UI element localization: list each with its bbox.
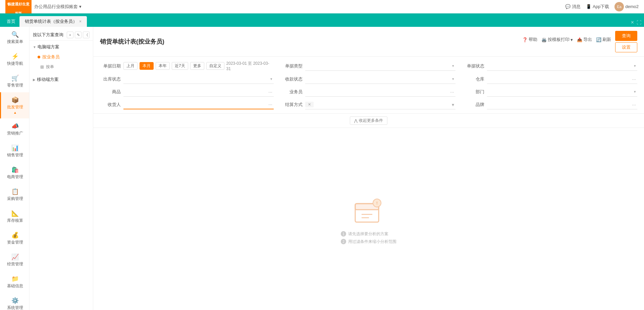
date-btn-this-month[interactable]: 本月 <box>140 62 154 70</box>
collapse-up-icon: ⋀ <box>354 118 358 123</box>
sidebar-item-operation[interactable]: 📈 经营管理 <box>0 249 29 271</box>
close-tag-icon[interactable]: ✕ <box>308 102 311 107</box>
retail-icon: 🛒 <box>11 74 19 82</box>
sidebar-item-search[interactable]: 🔍 搜索菜单 <box>0 27 29 49</box>
print-icon: 🖨️ <box>541 37 547 42</box>
receiver-control[interactable]: ··· <box>123 100 274 109</box>
svg-text:!: ! <box>376 201 377 206</box>
user-avatar[interactable]: Ea demo2 <box>614 2 639 11</box>
sidebar-item-wholesale[interactable]: 📦 批发管理 ▲ <box>0 92 29 118</box>
main-content: 销货单统计表(按业务员) ❓ 帮助 🖨️ 按模板打印 ▾ � <box>93 27 644 310</box>
scheme-group-desktop: ▼ 电脑端方案 按业务员 ⊞ 按单 <box>30 41 93 73</box>
doc-status-control[interactable] <box>487 61 637 71</box>
help-icon: ❓ <box>522 37 528 42</box>
collapse-btn[interactable]: ⋀ 收起更多条件 <box>350 116 387 125</box>
doc-type-control[interactable] <box>305 61 455 71</box>
query-button[interactable]: 查询 <box>615 31 637 41</box>
print-arrow-icon: ▾ <box>571 37 573 42</box>
window-max-btn[interactable]: ⛶ <box>637 20 641 25</box>
refresh-btn[interactable]: 🔄 刷新 <box>596 37 611 43</box>
tab-close-icon[interactable]: × <box>79 19 82 24</box>
brand-control[interactable]: ··· <box>487 100 637 109</box>
sidebar-item-base[interactable]: 📁 基础信息 <box>0 271 29 293</box>
sidebar-item-retail[interactable]: 🛒 零售管理 <box>0 70 29 92</box>
receiver-input[interactable] <box>123 102 274 107</box>
date-btn-custom[interactable]: 自定义 <box>206 62 224 70</box>
department-control[interactable] <box>487 87 637 97</box>
payment-control[interactable]: ✕ ▾ <box>305 100 455 109</box>
base-icon: 📁 <box>11 275 19 282</box>
empty-steps: 1 请先选择要分析的方案 2 用过滤条件来缩小分析范围 <box>341 231 396 245</box>
company-selector[interactable]: 办公用品行业模拟账套 ▾ <box>34 4 82 10</box>
export-btn[interactable]: 📤 导出 <box>577 37 592 43</box>
date-filter: 上月 本月 本年 近7天 更多 自定义 2023-03-01 至 2023-03… <box>123 61 274 71</box>
empty-state: ! 1 请先选择要分析的方案 2 用过滤条件来缩小分析范围 <box>93 128 644 310</box>
add-scheme-btn[interactable]: + <box>67 32 73 38</box>
page-header: 销货单统计表(按业务员) ❓ 帮助 🖨️ 按模板打印 ▾ � <box>93 27 644 57</box>
date-btn-last-month[interactable]: 上月 <box>123 62 138 70</box>
marketing-icon: 📣 <box>11 122 19 130</box>
empty-illustration: ! <box>352 194 385 227</box>
salesperson-label: 业务员 <box>282 89 305 95</box>
download-icon: 📱 <box>586 4 591 9</box>
scheme-item-by-order[interactable]: ⊞ 按单 <box>30 62 93 72</box>
message-icon: 💬 <box>565 4 571 9</box>
message-btn[interactable]: 💬 消息 <box>565 4 581 10</box>
main-layout: 🔍 搜索菜单 ⚡ 快捷导航 🛒 零售管理 📦 批发管理 ▲ 📣 营销推广 📊 销… <box>0 27 644 310</box>
scheme-group-desktop-title[interactable]: ▼ 电脑端方案 <box>30 42 93 52</box>
edit-scheme-btn[interactable]: ✎ <box>75 32 82 38</box>
help-btn[interactable]: ❓ 帮助 <box>522 37 537 43</box>
sidebar-item-purchase[interactable]: 📋 采购管理 <box>0 184 29 206</box>
avatar-img: Ea <box>614 2 624 11</box>
active-dot <box>38 56 40 58</box>
collect-status-label: 收款状态 <box>282 76 305 82</box>
payment-tag: ✕ <box>305 102 314 107</box>
expand-icon: ▼ <box>33 45 36 49</box>
date-btn-7days[interactable]: 近7天 <box>172 62 188 70</box>
collapse-panel-btn[interactable]: 《 <box>83 32 90 38</box>
step1-num: 1 <box>341 231 346 237</box>
collect-status-control[interactable] <box>305 74 455 84</box>
sidebar-item-system[interactable]: ⚙️ 系统管理 <box>0 293 29 310</box>
doc-status-label: 单据状态 <box>464 63 487 69</box>
date-label: 单据日期 <box>100 63 123 69</box>
date-btn-this-year[interactable]: 本年 <box>156 62 170 70</box>
date-btn-more[interactable]: 更多 <box>190 62 204 70</box>
sidebar: 🔍 搜索菜单 ⚡ 快捷导航 🛒 零售管理 📦 批发管理 ▲ 📣 营销推广 📊 销… <box>0 27 30 310</box>
collapse-bar: ⋀ 收起更多条件 <box>93 114 644 128</box>
page-title: 销货单统计表(按业务员) <box>100 38 164 50</box>
expand-icon: ▶ <box>33 78 36 82</box>
sidebar-item-finance[interactable]: 💰 资金管理 <box>0 227 29 249</box>
sidebar-item-marketing[interactable]: 📣 营销推广 <box>0 118 29 140</box>
tab-sales-stat[interactable]: 销货单统计表（按业务员） × <box>19 16 87 27</box>
scheme-group-mobile: ▶ 移动端方案 <box>30 73 93 86</box>
inventory-icon: 📐 <box>11 210 19 217</box>
filter-row-2: 出库状态 收款状态 仓库 ··· <box>100 74 637 84</box>
empty-svg: ! <box>352 194 385 227</box>
goods-control[interactable]: ··· <box>123 87 274 97</box>
scheme-item-by-salesperson[interactable]: 按业务员 <box>30 52 93 62</box>
scheme-group-mobile-title[interactable]: ▶ 移动端方案 <box>30 74 93 85</box>
date-range: 2023-03-01 至 2023-03-31 <box>226 61 274 71</box>
sidebar-item-shortcut[interactable]: ⚡ 快捷导航 <box>0 49 29 70</box>
sidebar-item-inventory[interactable]: 📐 库存核算 <box>0 206 29 227</box>
settings-button[interactable]: 设置 <box>615 42 637 52</box>
grid-icon: ⊞ <box>40 64 44 69</box>
sidebar-item-sales[interactable]: 📊 销售管理 <box>0 140 29 162</box>
salesperson-control[interactable]: ··· <box>305 87 455 97</box>
warehouse-control[interactable]: ··· <box>487 74 637 84</box>
sidebar-item-ecommerce[interactable]: 🛍️ 电商管理 <box>0 162 29 184</box>
arrow-up-icon: ▲ <box>13 111 17 114</box>
app-download-btn[interactable]: 📱 App下载 <box>586 4 609 10</box>
out-status-control[interactable] <box>123 74 274 84</box>
doc-type-label: 单据类型 <box>282 63 305 69</box>
receiver-label: 收货人 <box>100 102 123 108</box>
window-close-btn[interactable]: × <box>631 19 634 25</box>
left-panel: 按以下方案查询 + ✎ 《 ▼ 电脑端方案 按业务员 ⊞ 按单 <box>30 27 93 310</box>
print-btn[interactable]: 🖨️ 按模板打印 ▾ <box>541 37 573 43</box>
content-area: 按以下方案查询 + ✎ 《 ▼ 电脑端方案 按业务员 ⊞ 按单 <box>30 27 644 310</box>
tab-home[interactable]: 首页 <box>3 16 19 27</box>
tab-bar: 首页 销货单统计表（按业务员） × × ⛶ <box>0 13 644 27</box>
filter-row-1: 单据日期 上月 本月 本年 近7天 更多 自定义 2023-03-01 至 20… <box>100 61 637 71</box>
filter-area: 单据日期 上月 本月 本年 近7天 更多 自定义 2023-03-01 至 20… <box>93 57 644 114</box>
